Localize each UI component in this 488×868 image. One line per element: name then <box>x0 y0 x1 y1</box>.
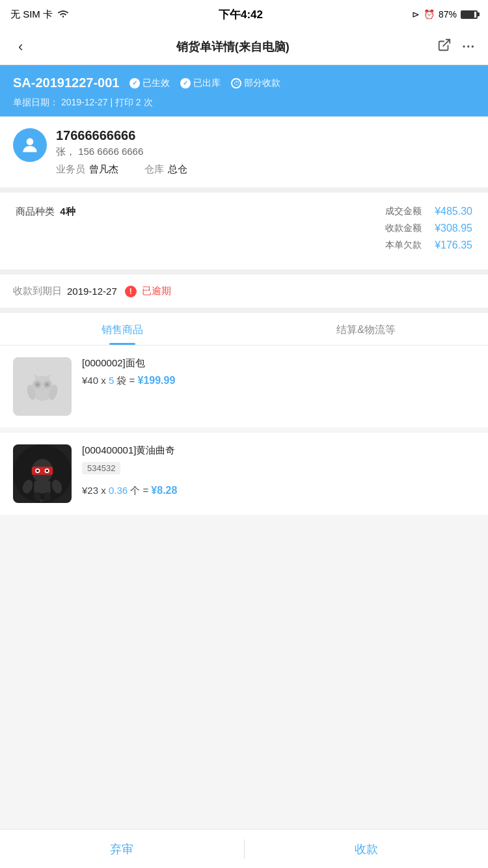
svg-rect-17 <box>32 467 53 475</box>
tabs-container: 销售商品 结算&物流等 <box>0 313 488 346</box>
product-thumbnail-1 <box>13 357 72 416</box>
svg-line-1 <box>443 40 450 46</box>
customer-section: 17666666666 张， 156 6666 6666 业务员 曾凡杰 仓库 … <box>0 116 488 193</box>
salesman-value: 曾凡杰 <box>89 163 118 176</box>
svg-rect-26 <box>44 493 51 501</box>
qty-2: 0.36 <box>109 485 128 496</box>
products-list: [0000002]面包 ¥40 x 5 袋 = ¥199.99 <box>0 346 488 515</box>
battery-text: 87% <box>439 9 457 20</box>
status-right: ⊳ ⏰ 87% <box>412 9 478 20</box>
product-sku-2: 534532 <box>82 462 120 474</box>
unit-1: 袋 <box>116 375 126 386</box>
banner-sub: 单据日期： 2019-12-27 | 打印 2 次 <box>13 97 475 109</box>
nav-bar: ‹ 销货单详情(来自电脑) ··· <box>0 29 488 65</box>
salesman-label: 业务员 <box>56 163 85 176</box>
product-detail-1: [0000002]面包 ¥40 x 5 袋 = ¥199.99 <box>82 357 475 387</box>
carrier-text: 无 SIM 卡 <box>10 8 53 21</box>
status-time: 下午4:42 <box>219 7 263 22</box>
product-count-value: 4种 <box>60 206 75 217</box>
banner-top: SA-20191227-001 ✓ 已生效 ✓ 已出库 ⏱ 部分收款 <box>13 75 475 90</box>
due-section: 收款到期日 2019-12-27 ! 已逾期 <box>0 275 488 313</box>
share-button[interactable] <box>437 38 452 55</box>
warehouse-value: 总仓 <box>168 163 187 176</box>
product-item-2: 品+ [000400001]黄油曲奇 534532 ¥23 x 0.36 个 =… <box>0 433 488 515</box>
customer-phone-number: 156 6666 6666 <box>78 146 143 157</box>
receipt-label: 收款金额 <box>385 223 422 234</box>
customer-id: 17666666666 <box>56 128 475 143</box>
transaction-value: ¥485.30 <box>435 206 472 217</box>
receipt-value: ¥308.95 <box>435 223 472 234</box>
svg-rect-22 <box>34 481 50 494</box>
product-detail-2: [000400001]黄油曲奇 534532 ¥23 x 0.36 个 = ¥8… <box>82 444 475 497</box>
multiply-sign-1: x <box>101 375 109 386</box>
debt-row: 本单欠款 ¥176.35 <box>385 239 472 251</box>
more-button[interactable]: ··· <box>462 39 475 54</box>
svg-point-9 <box>46 383 48 386</box>
status-badge-2: ✓ 已出库 <box>180 77 221 89</box>
doc-date-label: 单据日期： <box>13 97 59 107</box>
print-count: 2 <box>136 97 141 107</box>
tab-settlement[interactable]: 结算&物流等 <box>244 313 488 345</box>
check-icon-2: ✓ <box>180 78 191 88</box>
nav-actions: ··· <box>437 38 475 55</box>
multiply-sign-2: x <box>101 485 109 496</box>
print-label: | 打印 <box>110 97 133 107</box>
warehouse-item: 仓库 总仓 <box>144 163 187 176</box>
tab-products[interactable]: 销售商品 <box>0 313 244 345</box>
product-price-1: ¥40 x 5 袋 = ¥199.99 <box>82 375 475 387</box>
status-badge-1: ✓ 已生效 <box>129 77 170 89</box>
transaction-row: 成交金额 ¥485.30 <box>385 206 472 217</box>
svg-point-2 <box>27 138 34 145</box>
debt-label: 本单欠款 <box>385 239 422 251</box>
status-left: 无 SIM 卡 <box>10 8 70 21</box>
header-banner: SA-20191227-001 ✓ 已生效 ✓ 已出库 ⏱ 部分收款 单据日期：… <box>0 65 488 116</box>
product-count-label: 商品种类 4种 <box>16 206 75 217</box>
product-name-1: [0000002]面包 <box>82 357 475 370</box>
overdue-icon: ! <box>125 286 137 297</box>
customer-phone: 张， 156 6666 6666 <box>56 146 475 158</box>
equals-sign-2: = <box>142 485 151 496</box>
transaction-label: 成交金额 <box>385 206 422 217</box>
product-price-2: ¥23 x 0.36 个 = ¥8.28 <box>82 485 475 497</box>
overdue-text: 已逾期 <box>142 285 171 297</box>
bottom-bar: 弃审 收款 <box>0 829 488 868</box>
unit-2: 个 <box>130 485 140 496</box>
svg-point-8 <box>36 383 39 386</box>
battery-icon <box>461 10 478 19</box>
warehouse-label: 仓库 <box>144 163 164 176</box>
product-thumbnail-2: 品+ <box>13 444 72 503</box>
cancel-button[interactable]: 弃审 <box>0 830 244 868</box>
receipt-row: 收款金额 ¥308.95 <box>385 223 472 234</box>
qty-1: 5 <box>109 375 114 386</box>
summary-right: 成交金额 ¥485.30 收款金额 ¥308.95 本单欠款 ¥176.35 <box>385 206 472 256</box>
product-item: [0000002]面包 ¥40 x 5 袋 = ¥199.99 <box>0 346 488 427</box>
order-id: SA-20191227-001 <box>13 75 119 90</box>
thumb-placeholder-1 <box>13 357 72 416</box>
total-2: ¥8.28 <box>151 485 177 496</box>
product-name-2: [000400001]黄油曲奇 <box>82 444 475 457</box>
location-icon: ⊳ <box>412 9 420 20</box>
summary-section: 商品种类 4种 成交金额 ¥485.30 收款金额 ¥308.95 本单欠款 ¥… <box>0 193 488 275</box>
svg-point-20 <box>36 470 39 472</box>
clock-icon: ⏱ <box>231 78 241 88</box>
doc-date-value: 2019-12-27 <box>61 97 108 107</box>
summary-left: 商品种类 4种 <box>16 206 75 218</box>
svg-point-21 <box>46 470 48 472</box>
salesman-item: 业务员 曾凡杰 <box>56 163 118 176</box>
print-unit: 次 <box>144 97 153 107</box>
tabs: 销售商品 结算&物流等 <box>0 313 488 345</box>
customer-name-text: 张 <box>56 146 66 157</box>
page-title: 销货单详情(来自电脑) <box>28 39 437 55</box>
back-button[interactable]: ‹ <box>13 33 28 61</box>
customer-info: 17666666666 张， 156 6666 6666 业务员 曾凡杰 仓库 … <box>56 128 475 176</box>
due-date: 2019-12-27 <box>67 286 117 297</box>
check-icon-1: ✓ <box>129 78 140 88</box>
alarm-icon: ⏰ <box>424 9 435 20</box>
avatar <box>13 128 47 162</box>
due-label: 收款到期日 <box>13 285 62 297</box>
svg-point-0 <box>62 16 64 17</box>
wifi-icon <box>57 9 70 20</box>
debt-value: ¥176.35 <box>435 239 472 251</box>
confirm-button[interactable]: 收款 <box>245 830 489 868</box>
unit-price-1: ¥40 <box>82 375 98 386</box>
